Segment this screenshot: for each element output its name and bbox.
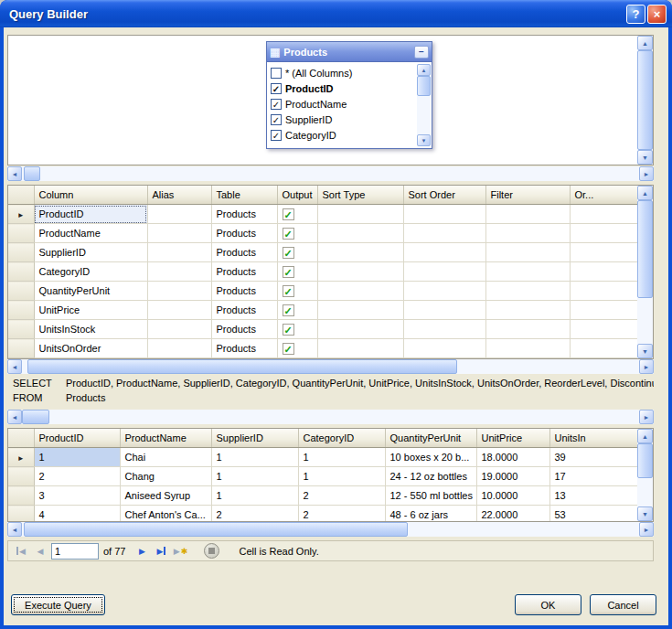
list-item[interactable]: ✓ ProductID: [271, 80, 413, 96]
cell[interactable]: 18.0000: [476, 448, 549, 467]
cell[interactable]: Chai: [120, 448, 211, 467]
sort-type-cell[interactable]: [317, 282, 403, 301]
sort-order-cell[interactable]: [403, 205, 485, 224]
scrollbar-track[interactable]: [22, 522, 639, 537]
move-previous-button[interactable]: ◀: [32, 543, 48, 560]
output-checkbox[interactable]: ✓: [283, 228, 294, 240]
column-cell[interactable]: ProductName: [34, 224, 147, 243]
output-checkbox[interactable]: ✓: [283, 285, 294, 297]
output-checkbox[interactable]: ✓: [283, 304, 294, 316]
products-table-card[interactable]: ▦ Products − * (All Columns) ✓ ProductID…: [266, 41, 432, 149]
alias-cell[interactable]: [147, 243, 211, 262]
scrollbar-thumb[interactable]: [24, 166, 40, 181]
output-checkbox[interactable]: ✓: [283, 247, 294, 259]
cancel-button[interactable]: Cancel: [590, 594, 656, 615]
scrollbar-track[interactable]: [417, 76, 431, 134]
cell[interactable]: Aniseed Syrup: [120, 486, 211, 506]
sort-type-cell[interactable]: [317, 301, 403, 320]
sort-order-cell[interactable]: [403, 320, 485, 339]
cell[interactable]: 17: [549, 467, 637, 486]
titlebar[interactable]: Query Builder ? ×: [0, 0, 672, 27]
scroll-down-icon[interactable]: ▼: [417, 134, 431, 146]
alias-cell[interactable]: [147, 282, 211, 301]
scroll-right-icon[interactable]: ►: [639, 410, 654, 424]
record-position-input[interactable]: [51, 543, 99, 560]
list-item[interactable]: * (All Columns): [271, 65, 413, 80]
row-selector[interactable]: [8, 486, 34, 506]
table-cell[interactable]: Products: [211, 282, 277, 301]
sort-order-cell[interactable]: [403, 262, 485, 282]
cell[interactable]: 10.0000: [476, 486, 549, 506]
table-header[interactable]: Table: [211, 186, 277, 205]
collapse-button[interactable]: −: [414, 46, 429, 59]
scroll-up-icon[interactable]: ▲: [637, 186, 653, 200]
sort-type-cell[interactable]: [317, 205, 403, 224]
scroll-up-icon[interactable]: ▲: [637, 429, 653, 443]
cell[interactable]: 48 - 6 oz jars: [385, 506, 476, 523]
cell[interactable]: 13: [549, 486, 637, 506]
sort-type-cell[interactable]: [317, 224, 403, 243]
filter-cell[interactable]: [485, 262, 570, 282]
cell[interactable]: 3: [34, 486, 120, 506]
scroll-down-icon[interactable]: ▼: [637, 506, 653, 521]
column-cell[interactable]: UnitPrice: [34, 301, 147, 320]
table-cell[interactable]: Products: [211, 320, 277, 339]
table-cell[interactable]: Products: [211, 301, 277, 320]
alias-cell[interactable]: [147, 339, 211, 358]
row-selector[interactable]: [8, 339, 34, 358]
cell[interactable]: 19.0000: [476, 467, 549, 486]
filter-cell[interactable]: [485, 339, 570, 358]
table-cell[interactable]: Products: [211, 243, 277, 262]
scrollbar-thumb[interactable]: [637, 443, 653, 478]
or-cell[interactable]: [570, 262, 637, 282]
scrollbar-thumb[interactable]: [24, 522, 408, 537]
column-checkbox[interactable]: ✓: [271, 114, 282, 125]
or-cell[interactable]: [570, 243, 637, 262]
sort-type-header[interactable]: Sort Type: [317, 186, 403, 205]
table-cell[interactable]: Products: [211, 339, 277, 358]
sort-type-cell[interactable]: [317, 243, 403, 262]
cell[interactable]: 10 boxes x 20 b...: [385, 448, 476, 467]
column-cell[interactable]: CategoryID: [34, 262, 147, 282]
stop-button[interactable]: [204, 543, 219, 559]
sort-type-cell[interactable]: [317, 339, 403, 358]
move-first-button[interactable]: ◀: [13, 543, 29, 560]
scrollbar-thumb[interactable]: [22, 410, 49, 424]
sort-type-cell[interactable]: [317, 262, 403, 282]
move-next-button[interactable]: ▶: [133, 543, 150, 560]
criteria-vertical-scrollbar[interactable]: ▲ ▼: [637, 186, 653, 358]
alias-cell[interactable]: [147, 205, 211, 224]
column-label[interactable]: SupplierID: [285, 114, 332, 125]
output-cell[interactable]: ✓: [277, 224, 317, 243]
sort-order-cell[interactable]: [403, 339, 485, 358]
table-cell[interactable]: Products: [211, 205, 277, 224]
cell[interactable]: 24 - 12 oz bottles: [385, 467, 476, 486]
row-selector[interactable]: [8, 262, 34, 282]
output-cell[interactable]: ✓: [277, 301, 317, 320]
alias-cell[interactable]: [147, 224, 211, 243]
output-cell[interactable]: ✓: [277, 320, 317, 339]
scroll-left-icon[interactable]: ◄: [7, 410, 22, 424]
or-cell[interactable]: [570, 339, 637, 358]
scroll-down-icon[interactable]: ▼: [637, 150, 653, 165]
row-selector[interactable]: ►: [8, 205, 34, 224]
row-selector[interactable]: [8, 282, 34, 301]
sort-type-cell[interactable]: [317, 320, 403, 339]
sql-horizontal-scrollbar[interactable]: ◄ ►: [7, 410, 654, 424]
scrollbar-track[interactable]: [22, 410, 639, 424]
column-cell[interactable]: SupplierID: [34, 243, 147, 262]
output-checkbox[interactable]: ✓: [283, 208, 294, 220]
results-header[interactable]: CategoryID: [298, 429, 385, 448]
sort-order-header[interactable]: Sort Order: [403, 186, 485, 205]
diagram-pane[interactable]: ▦ Products − * (All Columns) ✓ ProductID…: [7, 35, 654, 165]
or-cell[interactable]: [570, 301, 637, 320]
or-header[interactable]: Or...: [570, 186, 637, 205]
table-cell[interactable]: Products: [211, 224, 277, 243]
cell[interactable]: 1: [211, 467, 298, 486]
sort-order-cell[interactable]: [403, 282, 485, 301]
output-cell[interactable]: ✓: [277, 339, 317, 358]
filter-header[interactable]: Filter: [485, 186, 570, 205]
filter-cell[interactable]: [485, 282, 570, 301]
output-cell[interactable]: ✓: [277, 262, 317, 282]
row-selector[interactable]: [8, 320, 34, 339]
